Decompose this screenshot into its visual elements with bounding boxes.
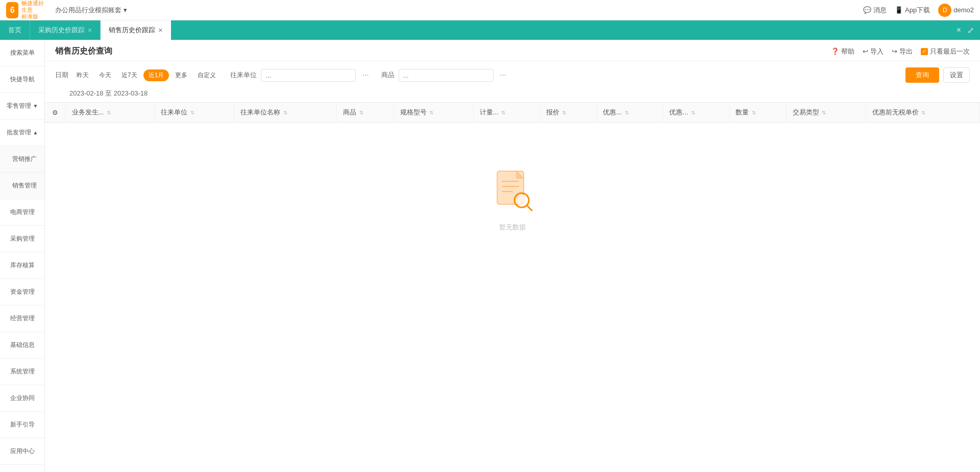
filter-bar: 日期 昨天 今天 近7天 近1月 更多 自定义 往来单位 ··· 商品 ··· (45, 61, 980, 89)
tab-purchase-history-label: 采购历史价跟踪 (38, 26, 85, 35)
empty-text: 暂无数据 (499, 223, 526, 232)
th-pretax-price[interactable]: 优惠前无税单价 ⇅ (866, 103, 979, 123)
export-button[interactable]: ↪ 导出 (892, 47, 913, 56)
app-selector[interactable]: 办公用品行业模拟账套 ▾ (51, 4, 131, 17)
only-last-checkbox[interactable]: ✓ 只看最后一次 (921, 47, 970, 56)
app-download-button[interactable]: 📱 App下载 (895, 6, 930, 15)
th-biz-date[interactable]: 业务发生... ⇅ (65, 103, 155, 123)
page-title: 销售历史价查询 (55, 46, 112, 57)
sidebar-item-ecommerce-mgmt[interactable]: 电商管理 (0, 199, 44, 226)
sidebar-item-enterprise-collab[interactable]: 企业协同 (0, 385, 44, 412)
th-discount2[interactable]: 优惠... ⇅ (663, 103, 729, 123)
header-left: 6 畅捷通好生意 标准版 办公用品行业模拟账套 ▾ (6, 0, 131, 20)
sidebar-item-retail-mgmt[interactable]: 零售管理 ▼ (0, 93, 44, 120)
date-option-last1month[interactable]: 近1月 (143, 69, 169, 81)
sidebar-item-search-menu[interactable]: 搜索菜单 (0, 40, 44, 66)
sort-arrows-spec: ⇅ (429, 110, 433, 115)
sidebar-item-inventory[interactable]: 库存核算 (0, 252, 44, 279)
th-discount1[interactable]: 优惠... ⇅ (597, 103, 663, 123)
import-button[interactable]: ↩ 导入 (863, 47, 884, 56)
sidebar-item-sales-mgmt[interactable]: 销售管理 (0, 173, 44, 199)
date-option-more[interactable]: 更多 (171, 69, 191, 81)
chevron-down-icon: ▾ (124, 6, 127, 14)
goods-filter-group: 商品 ··· (381, 69, 508, 82)
date-option-today[interactable]: 今天 (95, 69, 115, 81)
th-quantity[interactable]: 数量 ⇅ (729, 103, 786, 123)
date-option-last7days[interactable]: 近7天 (117, 69, 141, 81)
th-trade-type[interactable]: 交易类型 ⇅ (786, 103, 866, 123)
fullscreen-button[interactable]: ⤢ (967, 26, 974, 35)
tab-sales-history[interactable]: 销售历史价跟踪 × (101, 20, 171, 40)
wholesale-mgmt-arrow: ▲ (33, 130, 38, 135)
basic-info-label: 基础信息 (10, 341, 35, 349)
marketing-label: 营销推广 (12, 155, 37, 163)
finance-mgmt-label: 资金管理 (10, 288, 35, 296)
page-header: 销售历史价查询 ❓ 帮助 ↩ 导入 ↪ 导出 ✓ 只看最后一次 (45, 40, 980, 61)
sidebar-item-wholesale-mgmt[interactable]: 批发管理 ▲ (0, 120, 44, 146)
query-button[interactable]: 查询 (905, 67, 939, 83)
tab-sales-history-label: 销售历史价跟踪 (109, 26, 155, 35)
main-layout: 搜索菜单 快捷导航 零售管理 ▼ 批发管理 ▲ 营销推广 销售管理 电商管理 采… (0, 40, 980, 472)
partner-filter-input[interactable] (261, 69, 356, 82)
tab-purchase-history-close[interactable]: × (88, 27, 92, 34)
sidebar-item-marketing[interactable]: 营销推广 (0, 146, 44, 173)
sidebar-item-new-guide[interactable]: 新手引导 (0, 412, 44, 438)
sidebar-item-operations-mgmt[interactable]: 经营管理 (0, 305, 44, 332)
retail-mgmt-arrow: ▼ (33, 103, 38, 109)
sidebar-item-system-mgmt[interactable]: 系统管理 (0, 359, 44, 385)
sidebar-item-app-center[interactable]: 应用中心 (0, 438, 44, 465)
avatar: D (938, 4, 951, 17)
page-actions: ❓ 帮助 ↩ 导入 ↪ 导出 ✓ 只看最后一次 (831, 47, 970, 56)
help-button[interactable]: ❓ 帮助 (831, 47, 854, 56)
tab-purchase-history[interactable]: 采购历史价跟踪 × (30, 20, 101, 40)
tab-sales-history-close[interactable]: × (158, 27, 162, 34)
date-range-display: 2023-02-18 至 2023-03-18 (45, 89, 980, 102)
message-button[interactable]: 💬 消息 (863, 6, 887, 15)
empty-illustration (487, 163, 538, 215)
svg-point-5 (517, 195, 527, 205)
settings-button[interactable]: 设置 (943, 67, 970, 83)
sort-arrows-pretax-price: ⇅ (921, 110, 925, 115)
partner-filter-group: 往来单位 ··· (230, 69, 371, 82)
new-guide-label: 新手引导 (10, 420, 35, 429)
sidebar-item-finance-mgmt[interactable]: 资金管理 (0, 279, 44, 305)
th-settings[interactable]: ⚙ (45, 103, 65, 123)
goods-filter-more[interactable]: ··· (498, 70, 508, 80)
date-options: 昨天 今天 近7天 近1月 更多 自定义 (72, 69, 220, 81)
quick-nav-label: 快捷导航 (10, 75, 35, 84)
date-option-yesterday[interactable]: 昨天 (72, 69, 93, 81)
th-unit[interactable]: 计量... ⇅ (473, 103, 540, 123)
help-icon: ❓ (831, 48, 839, 55)
th-goods[interactable]: 商品 ⇅ (337, 103, 394, 123)
sidebar-item-basic-info[interactable]: 基础信息 (0, 332, 44, 359)
th-partner-name[interactable]: 往来单位名称 ⇅ (234, 103, 337, 123)
tab-home[interactable]: 首页 (0, 20, 30, 40)
date-option-custom[interactable]: 自定义 (193, 69, 220, 81)
user-menu[interactable]: D demo2 (938, 4, 974, 17)
goods-filter-input[interactable] (399, 69, 494, 82)
partner-filter-label: 往来单位 (230, 70, 257, 80)
th-partner-code[interactable]: 往来单位 ⇅ (155, 103, 234, 123)
close-window-button[interactable]: × (957, 26, 961, 35)
inventory-label: 库存核算 (10, 261, 35, 270)
system-mgmt-label: 系统管理 (10, 367, 35, 376)
th-quote[interactable]: 报价 ⇅ (540, 103, 596, 123)
partner-filter-more[interactable]: ··· (360, 70, 371, 80)
logo-text: 畅捷通好生意 标准版 (21, 0, 47, 20)
ecommerce-mgmt-label: 电商管理 (10, 208, 35, 217)
export-icon: ↪ (892, 48, 897, 55)
app-selector-label: 办公用品行业模拟账套 (55, 6, 121, 15)
sidebar: 搜索菜单 快捷导航 零售管理 ▼ 批发管理 ▲ 营销推广 销售管理 电商管理 采… (0, 40, 45, 472)
sort-arrows-unit: ⇅ (501, 110, 505, 115)
message-icon: 💬 (863, 6, 871, 14)
download-icon: 📱 (895, 6, 903, 14)
retail-mgmt-label: 零售管理 (7, 102, 31, 110)
sort-arrows-quote: ⇅ (562, 110, 566, 115)
sidebar-item-enterprise-wechat[interactable]: 企业微信 (0, 465, 44, 472)
sidebar-item-purchase-mgmt[interactable]: 采购管理 (0, 226, 44, 252)
tab-bar: 首页 采购历史价跟踪 × 销售历史价跟踪 × × ⤢ (0, 20, 980, 40)
th-spec[interactable]: 规格型号 ⇅ (394, 103, 473, 123)
header-bar: 6 畅捷通好生意 标准版 办公用品行业模拟账套 ▾ 💬 消息 📱 App下载 D… (0, 0, 980, 20)
sidebar-item-quick-nav[interactable]: 快捷导航 (0, 66, 44, 93)
header-right: 💬 消息 📱 App下载 D demo2 (863, 4, 974, 17)
